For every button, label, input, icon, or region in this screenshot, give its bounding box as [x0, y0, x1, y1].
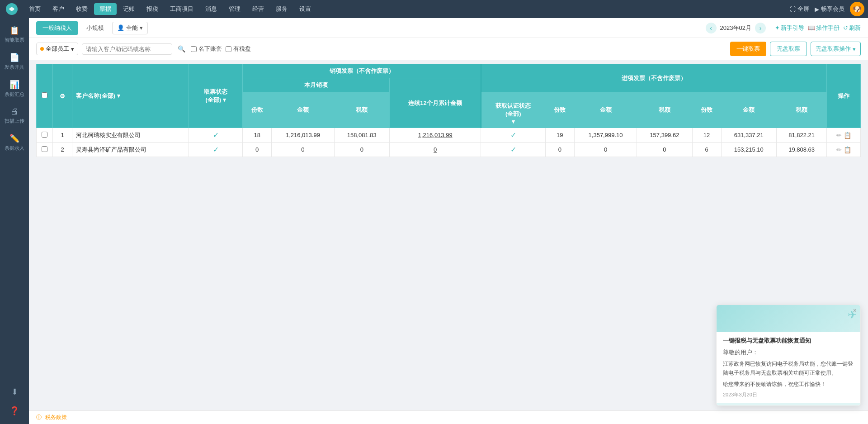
smart-fetch-icon: 📋: [9, 25, 19, 35]
nav-item-home[interactable]: 首页: [24, 3, 46, 15]
row-checkbox[interactable]: [42, 132, 47, 138]
my-account-checkbox[interactable]: 名下账套: [191, 45, 222, 53]
cumulative-link[interactable]: 1,216,013.99: [418, 132, 453, 138]
notification-close-button[interactable]: ×: [853, 307, 857, 314]
prev-month-button[interactable]: ‹: [706, 23, 717, 33]
invoice-table: ⚙ 客户名称(全部) ▾ 取票状态 (全部) ▾ 销项发票（不含作废票） 进项发…: [36, 64, 861, 157]
copy-icon[interactable]: 📋: [844, 146, 851, 153]
row-purchase-unverified-count: 12: [692, 128, 721, 143]
edit-icon[interactable]: ✏: [836, 132, 842, 139]
tab-all[interactable]: 👤 全能 ▾: [112, 22, 148, 34]
notification-body: 一键报税与无盘取票功能恢复通知 尊敬的用户： 江苏政务网已恢复访问电子税务局功能…: [717, 332, 860, 403]
edit-icon[interactable]: ✏: [836, 146, 842, 153]
nav-item-settings[interactable]: 设置: [294, 3, 316, 15]
search-input[interactable]: [82, 43, 172, 55]
sidebar-help-button[interactable]: ❓: [7, 403, 22, 419]
row-purchase-period-tax: 157,399.62: [637, 128, 692, 143]
nav-item-client[interactable]: 客户: [47, 3, 70, 15]
select-all-checkbox[interactable]: [42, 92, 47, 98]
th-action: 操作: [827, 64, 861, 128]
nav-item-service[interactable]: 服务: [270, 3, 293, 15]
one-key-fetch-button[interactable]: 一键取票: [730, 42, 766, 56]
star-icon: ✦: [775, 24, 780, 31]
notification-greeting: 尊敬的用户：: [723, 348, 854, 357]
row-purchase-period-amount: 1,357,999.10: [574, 128, 637, 143]
row-purchase-period-amount: 0: [574, 143, 637, 157]
nav-item-operation[interactable]: 经营: [247, 3, 269, 15]
nav-item-business[interactable]: 工商项目: [165, 3, 199, 15]
tax-device-checkbox[interactable]: 有税盘: [226, 45, 251, 53]
notification-apology: 给您带来的不便敬请谅解，祝您工作愉快！: [723, 380, 854, 389]
member-button[interactable]: ▶ 畅享会员: [815, 5, 844, 13]
tab-small-scale[interactable]: 小规模: [80, 21, 110, 35]
row-num: 1: [53, 128, 72, 143]
next-month-button[interactable]: ›: [755, 23, 766, 33]
row-purchase-verify-status: ✓: [481, 143, 545, 157]
status-check-icon: ✓: [213, 131, 219, 139]
status-bar: ⓘ 税务政策: [29, 410, 868, 424]
verify-check-icon: ✓: [510, 146, 516, 153]
table-row: 2 灵寿县尚泽矿产品有限公司 ✓ 0 0 0 0 ✓ 0 0 0 6 153,2…: [37, 143, 861, 157]
status-check-icon: ✓: [213, 146, 219, 153]
sidebar-item-summary[interactable]: 📊 票据汇总: [0, 76, 29, 101]
row-checkbox-cell: [37, 128, 53, 143]
filter-icon-status[interactable]: ▾: [223, 96, 226, 103]
row-checkbox[interactable]: [42, 146, 47, 152]
row-status: ✓: [189, 143, 242, 157]
play-icon: ▶: [815, 6, 819, 13]
cumulative-link[interactable]: 0: [434, 146, 437, 153]
sidebar-item-smart-fetch[interactable]: 📋 智能取票: [0, 22, 29, 47]
sidebar-item-label-issue-invoice: 发票开具: [5, 64, 24, 71]
search-button[interactable]: 🔍: [176, 43, 187, 54]
th-purchase-unverified-count: 份数: [692, 92, 721, 128]
notification-scrollbar[interactable]: [717, 403, 860, 405]
no-disk-fetch-button[interactable]: 无盘取票: [770, 42, 807, 56]
my-account-checkbox-input[interactable]: [191, 46, 197, 52]
tax-device-checkbox-input[interactable]: [226, 46, 231, 52]
th-status: 取票状态 (全部) ▾: [189, 64, 242, 128]
filter-icon-verify[interactable]: ▾: [512, 118, 515, 125]
sidebar-item-entry[interactable]: ✏️ 票据录入: [0, 130, 29, 155]
chevron-down-icon: ▾: [140, 24, 143, 31]
sidebar-item-scan-upload[interactable]: 🖨 扫描上传: [0, 103, 29, 128]
tax-policy-link[interactable]: 税务政策: [45, 414, 67, 421]
more-operations-button[interactable]: 无盘取票操作 ▾: [811, 42, 861, 56]
tab-general-taxpayer[interactable]: 一般纳税人: [36, 21, 78, 35]
th-purchase-unverified-amount: 金额: [721, 92, 776, 128]
notification-body-text: 江苏政务网已恢复访问电子税务局功能，您代账一键登陆电子税务局与无盘取票相关功能可…: [723, 359, 854, 378]
row-purchase-unverified-tax: 19,808.63: [776, 143, 827, 157]
manual-button[interactable]: 📖 操作手册: [808, 24, 840, 32]
issue-invoice-icon: 📄: [9, 52, 19, 62]
avatar[interactable]: 🐶: [850, 2, 864, 16]
copy-icon[interactable]: 📋: [844, 132, 851, 139]
nav-item-fee[interactable]: 收费: [71, 3, 93, 15]
filter-icon-company[interactable]: ▾: [117, 92, 120, 99]
dropdown-icon: ▾: [71, 46, 74, 52]
sidebar-item-issue-invoice[interactable]: 📄 发票开具: [0, 49, 29, 74]
refresh-button[interactable]: ↺ 刷新: [843, 24, 861, 32]
sidebar-download-button[interactable]: ⬇: [9, 384, 21, 400]
row-sales-month-amount: 1,216,013.99: [272, 128, 334, 143]
nav-item-invoice[interactable]: 票据: [94, 3, 117, 15]
table-row: 1 河北柯瑞核实业有限公司 ✓ 18 1,216,013.99 158,081.…: [37, 128, 861, 143]
th-purchase-verify-status: 获取认证状态 (全部) ▾: [481, 92, 545, 128]
nav-item-manage[interactable]: 管理: [223, 3, 246, 15]
employee-filter[interactable]: 全部员工 ▾: [36, 43, 78, 55]
chevron-down-icon2: ▾: [853, 46, 856, 52]
th-sales-cumulative: 连续12个月累计金额: [389, 78, 481, 128]
th-sales-month-tax: 税额: [334, 92, 389, 128]
nav-item-accounting[interactable]: 记账: [118, 3, 140, 15]
th-checkbox: [37, 64, 53, 128]
nav-item-message[interactable]: 消息: [200, 3, 222, 15]
nav-right-actions: ⛶ 全屏 ▶ 畅享会员 🐶: [790, 2, 864, 16]
row-purchase-period-count: 0: [545, 143, 574, 157]
th-purchase-period-count: 份数: [545, 92, 574, 128]
nav-item-tax[interactable]: 报税: [141, 3, 164, 15]
row-actions: ✏ 📋: [827, 143, 861, 157]
row-company: 河北柯瑞核实业有限公司: [72, 128, 189, 143]
verify-check-icon: ✓: [510, 131, 516, 139]
sidebar: 📋 智能取票 📄 发票开具 📊 票据汇总 🖨 扫描上传 ✏️ 票据录入 ⬇ ❓: [0, 18, 29, 424]
fullscreen-button[interactable]: ⛶ 全屏: [790, 5, 809, 13]
new-guide-button[interactable]: ✦ 新手引导: [775, 24, 804, 32]
row-sales-cumulative: 1,216,013.99: [389, 128, 481, 143]
